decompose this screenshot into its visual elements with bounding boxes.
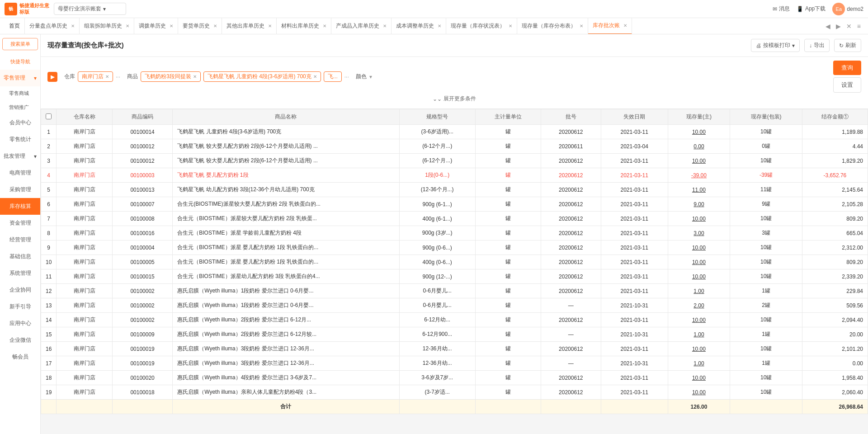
industry-selector[interactable]: 母婴行业演示账套 ▾ [54, 3, 126, 15]
cell-qty-main[interactable]: 10.00 [668, 125, 730, 139]
cbtz-close-icon[interactable]: ✕ [438, 24, 441, 28]
sidebar-item-collab[interactable]: 企业协同 [0, 282, 40, 298]
nav-tab-qtck[interactable]: 其他出库单历史 ✕ [222, 18, 277, 34]
cell-qty-main[interactable]: 1.00 [668, 327, 730, 342]
nav-tab-fenpan[interactable]: 分量盘点单历史 ✕ [25, 18, 80, 34]
query-btn[interactable]: 查询 [833, 61, 861, 75]
cell-qty-main[interactable]: 11.00 [668, 183, 730, 197]
cell-qty-main[interactable]: 10.00 [668, 313, 730, 327]
export-btn[interactable]: ↓ 导出 [804, 39, 830, 52]
cell-qty-main[interactable]: 1.00 [668, 284, 730, 298]
cell-expire: 2021-03-11 [601, 255, 668, 269]
sidebar-item-wholesale[interactable]: 批发管理 ▾ [0, 148, 40, 165]
cell-qty-main[interactable]: 10.00 [668, 255, 730, 269]
sidebar-item-finance[interactable]: 资金管理 [0, 215, 40, 231]
sidebar-item-mall[interactable]: 零售商城 [0, 86, 40, 100]
sidebar-item-inventory[interactable]: 库存核算 [0, 198, 40, 215]
warehouse-tag[interactable]: 南岸门店 ✕ [78, 71, 113, 82]
expand-conditions-btn[interactable]: ⌄⌄ 展开更多条件 [47, 93, 861, 105]
select-all-checkbox[interactable] [46, 113, 52, 119]
message-btn[interactable]: ✉ 消息 [773, 5, 790, 13]
sidebar-item-appcenter[interactable]: 应用中心 [0, 315, 40, 332]
kcpz-close-icon[interactable]: ✕ [623, 23, 627, 28]
nav-tab-kczk[interactable]: 现存量（库存状况表） ✕ [446, 18, 517, 34]
zuzhang-close-icon[interactable]: ✕ [126, 24, 129, 28]
nav-tab-zuzhang[interactable]: 组装拆卸单历史 ✕ [80, 18, 134, 34]
nav-menu-icon[interactable]: ≡ [854, 23, 863, 30]
cell-qty-main[interactable]: 10.00 [668, 371, 730, 385]
cell-qty-main[interactable]: 10.00 [668, 154, 730, 168]
cell-unit: 罐 [475, 226, 541, 241]
cell-qty-main[interactable]: 1.00 [668, 356, 730, 371]
cell-qty-main[interactable]: 10.00 [668, 342, 730, 356]
nav-right-arrow[interactable]: ▶ [833, 23, 844, 30]
data-table: 仓库名称 商品编码 商品名称 规格型号 主计量单位 批号 失效日期 现存量(主)… [41, 109, 868, 414]
total-empty-2 [57, 400, 113, 414]
nav-tab-home[interactable]: 首页 [5, 18, 25, 34]
warehouse-tag-close-icon[interactable]: ✕ [105, 74, 109, 79]
product-tag-1-close-icon[interactable]: ✕ [193, 74, 197, 79]
sidebar-item-member[interactable]: 会员中心 [0, 114, 40, 131]
cell-qty-main[interactable]: 9.00 [668, 197, 730, 212]
search-menu-btn[interactable]: 搜索菜单 [2, 38, 38, 50]
nav-close-all[interactable]: ✕ [844, 23, 854, 30]
nav-tab-clck[interactable]: 材料出库单历史 ✕ [277, 18, 331, 34]
nav-tab-yaohuo[interactable]: 要货单历史 ✕ [178, 18, 222, 34]
crk-close-icon[interactable]: ✕ [383, 24, 387, 28]
fenpan-close-icon[interactable]: ✕ [71, 24, 75, 28]
user-avatar-area[interactable]: Ea demo2 [832, 3, 863, 15]
sidebar-item-purchase[interactable]: 采购管理 [0, 181, 40, 198]
sidebar-item-system[interactable]: 系统管理 [0, 265, 40, 282]
cell-qty-pkg: 1罐 [730, 327, 802, 342]
warehouse-more-icon[interactable]: ··· [116, 74, 120, 80]
cell-qty-main[interactable]: 10.00 [668, 212, 730, 226]
export-icon: ↓ [809, 42, 812, 49]
nav-tab-diaob[interactable]: 调拨单历史 ✕ [134, 18, 178, 34]
cell-qty-main[interactable]: 10.00 [668, 385, 730, 400]
sidebar-item-guide[interactable]: 新手引导 [0, 298, 40, 315]
sidebar-item-wechat[interactable]: 企业微信 [0, 332, 40, 349]
cell-qty-main[interactable]: 10.00 [668, 269, 730, 284]
yaohuo-close-icon[interactable]: ✕ [213, 24, 217, 28]
nav-tab-kcpz[interactable]: 库存批次账 ✕ [588, 18, 632, 34]
nav-tab-cbtz[interactable]: 成本调整单历史 ✕ [392, 18, 446, 34]
product-tag-2[interactable]: 飞鹤星飞帆 儿童奶粉 4段(3-6岁适用) 700克 ✕ [203, 71, 321, 82]
th-checkbox[interactable] [41, 109, 57, 125]
cell-batch: — [541, 298, 601, 313]
sidebar-item-marketing[interactable]: 营销推广 [0, 100, 40, 114]
cell-qty-pkg: 10罐 [730, 269, 802, 284]
refresh-btn[interactable]: ↻ 刷新 [834, 39, 861, 52]
sidebar-item-vip[interactable]: 畅会员 [0, 349, 40, 365]
sidebar-item-ops[interactable]: 经营管理 [0, 231, 40, 248]
product-more-icon[interactable]: ··· [344, 74, 349, 80]
setting-btn[interactable]: 设置 [833, 77, 861, 93]
cell-qty-main[interactable]: 0.00 [668, 139, 730, 154]
product-tag-3[interactable]: 飞... [324, 71, 342, 82]
qtck-close-icon[interactable]: ✕ [268, 24, 272, 28]
expand-arrow-btn[interactable]: ▶ [47, 72, 57, 82]
print-btn[interactable]: 🖨 按模板打印 ▾ [751, 39, 800, 52]
cell-warehouse: 南岸门店 [57, 284, 113, 298]
product-tag-2-close-icon[interactable]: ✕ [313, 74, 317, 79]
diaob-close-icon[interactable]: ✕ [170, 24, 173, 28]
total-empty-4 [399, 400, 475, 414]
sidebar-item-base[interactable]: 基础信息 [0, 248, 40, 265]
sidebar-item-stats[interactable]: 零售统计 [0, 131, 40, 148]
nav-tab-crk[interactable]: 产成品入库单历史 ✕ [331, 18, 392, 34]
nav-left-arrow[interactable]: ◀ [823, 23, 833, 30]
sidebar-item-ecommerce[interactable]: 电商管理 [0, 165, 40, 181]
kcfb-close-icon[interactable]: ✕ [580, 24, 583, 28]
cell-qty-main[interactable]: 2.00 [668, 298, 730, 313]
nav-tab-kcfb[interactable]: 现存量（库存分布表） ✕ [517, 18, 588, 34]
kczk-close-icon[interactable]: ✕ [509, 24, 512, 28]
clck-close-icon[interactable]: ✕ [323, 24, 326, 28]
cell-qty-main[interactable]: -39.00 [668, 168, 730, 183]
cell-qty-pkg: 1罐 [730, 284, 802, 298]
cell-qty-main[interactable]: 10.00 [668, 241, 730, 255]
app-download-btn[interactable]: 📱 App下载 [797, 5, 826, 13]
product-tag-1[interactable]: 飞鹤奶粉3段同提装 ✕ [141, 71, 201, 82]
quick-nav-btn[interactable]: 快捷导航 [0, 56, 40, 67]
cell-qty-main[interactable]: 3.00 [668, 226, 730, 241]
color-dropdown-icon[interactable]: ▾ [369, 74, 372, 80]
sidebar-item-retail[interactable]: 零售管理 ▾ [0, 70, 40, 86]
